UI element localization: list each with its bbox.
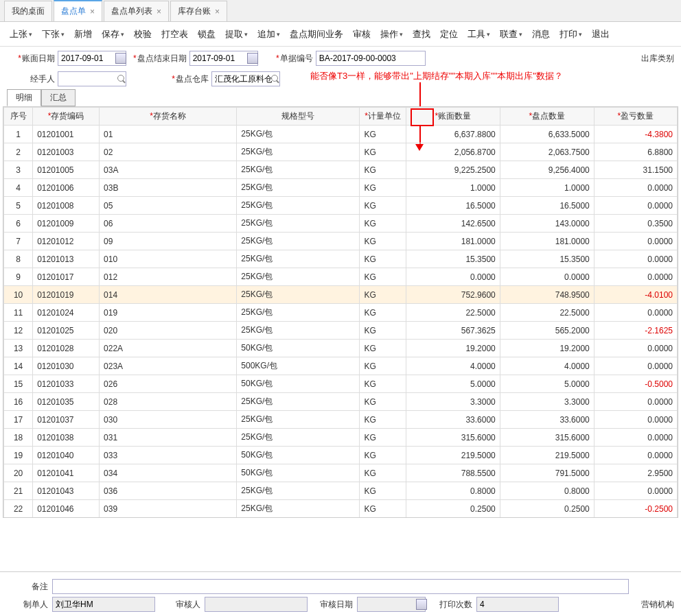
main-tab[interactable]: 我的桌面 (4, 1, 52, 21)
detail-table-wrap: 序号 存货编码 存货名称 规格型号 计量单位 账面数量 盘点数量 盈亏数量 10… (3, 106, 678, 518)
table-header-row: 序号 存货编码 存货名称 规格型号 计量单位 账面数量 盘点数量 盈亏数量 (4, 108, 678, 126)
toolbar-button[interactable]: 联查▾ (496, 25, 527, 43)
sub-tabs: 明细 汇总 (7, 89, 681, 106)
table-row[interactable]: 7012010120925KG/包KG181.0000181.00000.000… (4, 233, 678, 250)
table-row[interactable]: 230120104704020KG/包KG2.50002.50000.0000 (4, 518, 678, 519)
warehouse-label: 盘点仓库 (161, 73, 209, 85)
toolbar-button[interactable]: 追加▾ (253, 25, 284, 43)
toolbar-button[interactable]: 操作▾ (376, 25, 407, 43)
col-seq[interactable]: 序号 (4, 108, 33, 126)
table-row[interactable]: 5012010080525KG/包KG16.500016.50000.0000 (4, 197, 678, 215)
remark-label: 备注 (7, 581, 48, 593)
table-row[interactable]: 150120103302650KG/包KG5.00005.0000-0.5000 (4, 375, 678, 393)
end-date-label: 盘点结束日期 (133, 53, 187, 64)
close-icon[interactable]: × (157, 7, 161, 16)
creator-input (52, 597, 155, 612)
toolbar-button[interactable]: 工具▾ (463, 25, 494, 43)
chevron-down-icon: ▾ (29, 31, 32, 38)
end-date-input[interactable] (189, 51, 258, 66)
detail-table: 序号 存货编码 存货名称 规格型号 计量单位 账面数量 盘点数量 盈亏数量 10… (3, 107, 678, 518)
col-name[interactable]: 存货名称 (100, 108, 237, 126)
table-row[interactable]: 120120102502025KG/包KG567.3625565.2000-2.… (4, 322, 678, 340)
table-row[interactable]: 40120100603B25KG/包KG1.00001.00000.0000 (4, 179, 678, 197)
toolbar-button[interactable]: 上张▾ (5, 25, 36, 43)
audit-date-label: 审核日期 (312, 599, 353, 611)
search-icon[interactable] (270, 74, 280, 84)
chevron-down-icon: ▾ (244, 31, 248, 38)
col-book-qty[interactable]: 账面数量 (406, 108, 500, 126)
main-toolbar: 上张▾下张▾新增保存▾校验打空表锁盘提取▾追加▾盘点期间业务审核操作▾查找定位工… (0, 22, 681, 47)
chevron-down-icon: ▾ (519, 31, 522, 38)
col-count-qty[interactable]: 盘点数量 (500, 108, 594, 126)
table-row[interactable]: 30120100503A25KG/包KG9,225.25009,256.4000… (4, 161, 678, 179)
table-row[interactable]: 200120104103450KG/包KG788.5500791.50002.9… (4, 464, 678, 482)
chevron-down-icon: ▾ (579, 31, 582, 38)
table-row[interactable]: 1401201030023A500KG/包KG4.00004.00000.000… (4, 357, 678, 375)
chevron-down-icon: ▾ (61, 31, 65, 38)
close-icon[interactable]: × (90, 7, 95, 16)
auditor-label: 审核人 (159, 599, 200, 611)
table-row[interactable]: 180120103803125KG/包KG315.6000315.60000.0… (4, 429, 678, 447)
chevron-down-icon: ▾ (487, 31, 490, 38)
toolbar-button[interactable]: 退出 (588, 25, 614, 43)
remark-input[interactable] (52, 579, 629, 594)
toolbar-button[interactable]: 打印▾ (555, 25, 586, 43)
table-row[interactable]: 80120101301025KG/包KG15.350015.35000.0000 (4, 250, 678, 268)
chevron-down-icon: ▾ (121, 31, 124, 38)
main-tab[interactable]: 盘点单列表× (104, 1, 169, 21)
doc-no-label: 单据编号 (265, 53, 313, 64)
table-row[interactable]: 90120101701225KG/包KG0.00000.00000.0000 (4, 268, 678, 286)
main-tabs: 我的桌面盘点单×盘点单列表×库存台账× (0, 0, 681, 22)
toolbar-button[interactable]: 打空表 (157, 25, 192, 43)
close-icon[interactable]: × (215, 7, 220, 16)
handler-input[interactable] (58, 71, 126, 86)
toolbar-button[interactable]: 盘点期间业务 (286, 25, 347, 43)
sub-tab-detail[interactable]: 明细 (7, 89, 41, 106)
toolbar-button[interactable]: 消息 (528, 25, 554, 43)
col-unit[interactable]: 计量单位 (360, 108, 406, 126)
chevron-down-icon: ▾ (277, 31, 280, 38)
footer: 备注 制单人 审核人 审核日期 打印次数 营销机构 (0, 571, 681, 616)
chevron-down-icon: ▾ (400, 31, 403, 38)
table-row[interactable]: 110120102401925KG/包KG22.500022.50000.000… (4, 304, 678, 322)
table-row[interactable]: 6012010090625KG/包KG142.6500143.00000.350… (4, 215, 678, 233)
toolbar-button[interactable]: 校验 (130, 25, 156, 43)
audit-date-input (357, 597, 426, 612)
toolbar-button[interactable]: 提取▾ (221, 25, 252, 43)
toolbar-button[interactable]: 下张▾ (38, 25, 69, 43)
sub-tab-summary[interactable]: 汇总 (41, 89, 76, 106)
handler-label: 经手人 (7, 73, 55, 85)
table-row[interactable]: 170120103703025KG/包KG33.600033.60000.000… (4, 411, 678, 429)
warehouse-input[interactable] (211, 71, 280, 86)
table-row[interactable]: 220120104603925KG/包KG0.25000.2500-0.2500 (4, 500, 678, 518)
table-row[interactable]: 160120103502825KG/包KG3.30003.30000.0000 (4, 393, 678, 411)
table-row[interactable]: 1012010010125KG/包KG6,637.88006,633.5000-… (4, 126, 678, 143)
main-tab[interactable]: 库存台账× (170, 1, 227, 21)
table-row[interactable]: 1301201028022A50KG/包KG19.200019.20000.00… (4, 340, 678, 357)
toolbar-button[interactable]: 锁盘 (194, 25, 220, 43)
col-diff-qty[interactable]: 盈亏数量 (594, 108, 677, 126)
main-tab[interactable]: 盘点单× (54, 0, 102, 21)
toolbar-button[interactable]: 审核 (349, 25, 375, 43)
form-area: 账面日期 盘点结束日期 单据编号 出库类别 经手人 盘点仓库 能否像T3一样，能… (0, 47, 681, 88)
toolbar-button[interactable]: 查找 (408, 25, 435, 43)
toolbar-button[interactable]: 定位 (436, 25, 462, 43)
org-label: 营销机构 (633, 599, 674, 611)
toolbar-button[interactable]: 保存▾ (97, 25, 128, 43)
col-code[interactable]: 存货编码 (33, 108, 100, 126)
print-count-input (476, 597, 559, 612)
print-count-label: 打印次数 (431, 599, 472, 611)
annotation-text: 能否像T3一样，能够带出"上期结存""本期入库""本期出库"数据？ (310, 70, 563, 82)
acc-date-label: 账面日期 (7, 53, 55, 64)
table-row[interactable]: 210120104303625KG/包KG0.80000.80000.0000 (4, 482, 678, 500)
search-icon[interactable] (117, 74, 126, 84)
table-row[interactable]: 2012010030225KG/包KG2,056.87002,063.75006… (4, 143, 678, 161)
doc-no-input[interactable] (316, 51, 426, 66)
out-type-label: 出库类别 (641, 53, 674, 64)
acc-date-input[interactable] (58, 51, 126, 66)
table-row[interactable]: 190120104003350KG/包KG219.5000219.50000.0… (4, 447, 678, 464)
auditor-input (205, 597, 308, 612)
col-spec[interactable]: 规格型号 (237, 108, 360, 126)
table-row[interactable]: 100120101901425KG/包KG752.9600748.9500-4.… (4, 286, 678, 304)
toolbar-button[interactable]: 新增 (70, 25, 96, 43)
